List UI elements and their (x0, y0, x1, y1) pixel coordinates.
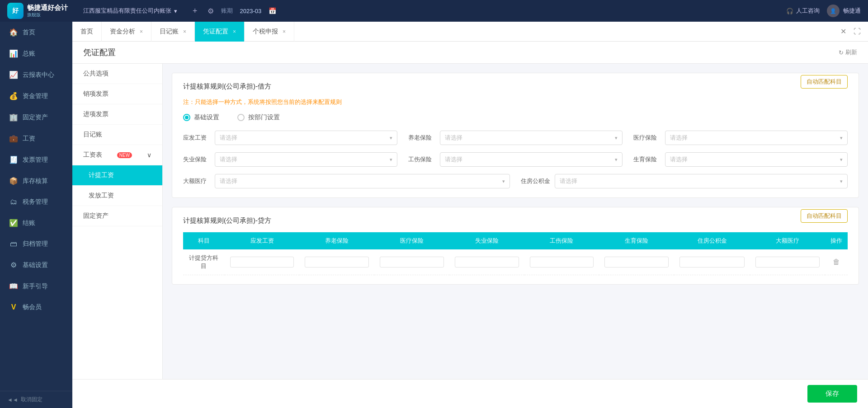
sidebar-item-invoice[interactable]: 🧾 发票管理 (0, 149, 72, 170)
sidebar-item-close[interactable]: ✅ 结账 (0, 212, 72, 234)
form-item-workinjury: 工伤保险 请选择 ▾ (408, 152, 623, 167)
sidebar-item-archive[interactable]: 🗃 归档管理 (0, 234, 72, 254)
company-dropdown-icon: ▾ (174, 8, 177, 14)
cell-unemployment-input[interactable] (449, 249, 524, 275)
cell-housing-input[interactable] (674, 249, 750, 275)
th-subject: 科目 (183, 232, 225, 249)
left-nav-payroll-release[interactable]: 发放工资 (72, 186, 162, 206)
sidebar-item-assets[interactable]: 🏢 固定资产 (0, 107, 72, 128)
delete-row-button[interactable]: 🗑 (833, 258, 840, 266)
cell-maternity-input[interactable] (599, 249, 674, 275)
sidebar-item-ledger[interactable]: 📊 总账 (0, 43, 72, 64)
cell-pension-input[interactable] (299, 249, 374, 275)
tab-tax-filing[interactable]: 个税申报 × (245, 22, 294, 42)
debit-auto-match-button[interactable]: 自动匹配科目 (801, 75, 848, 89)
form-item-base-salary: 应发工资 请选择 ▾ (183, 131, 397, 145)
salary-icon: 💼 (9, 134, 18, 143)
tab-journal[interactable]: 日记账 × (151, 22, 195, 42)
sidebar-item-finance[interactable]: 💰 资金管理 (0, 85, 72, 107)
expand-button[interactable]: ⛶ (852, 26, 863, 38)
tab-finance-analysis-close[interactable]: × (140, 28, 143, 35)
company-selector[interactable]: 江西服宝精品有限责任公司内账张 ▾ (80, 5, 181, 17)
refresh-button[interactable]: ↻ 刷新 (839, 48, 857, 56)
topbar-right: 🎧 人工咨询 👤 畅捷通 (786, 5, 861, 17)
refresh-icon: ↻ (839, 49, 844, 56)
left-nav-public[interactable]: 公共选项 (72, 64, 162, 84)
select-major-medical[interactable]: 请选择 ▾ (215, 174, 510, 188)
sidebar-label-inventory: 库存核算 (23, 177, 48, 185)
cell-base-salary-input[interactable] (225, 249, 300, 275)
sidebar-item-reports[interactable]: 📈 云报表中心 (0, 64, 72, 85)
select-pension[interactable]: 请选择 ▾ (440, 131, 623, 145)
tab-voucher-config[interactable]: 凭证配置 × (195, 22, 245, 42)
tab-voucher-config-close[interactable]: × (233, 28, 236, 35)
select-housing[interactable]: 请选择 ▾ (555, 174, 848, 188)
left-nav-fixed-assets[interactable]: 固定资产 (72, 206, 162, 226)
sidebar-item-tax[interactable]: 🗂 税务管理 (0, 192, 72, 212)
select-unemployment[interactable]: 请选择 ▾ (215, 152, 397, 167)
sidebar-label-salary: 工资 (23, 135, 35, 143)
settings-sidebar-icon: ⚙ (9, 261, 18, 269)
radio-group: 基础设置 按部门设置 (183, 113, 848, 122)
form-item-medical: 医疗保险 请选择 ▾ (633, 131, 848, 145)
radio-dept-settings[interactable]: 按部门设置 (237, 113, 280, 122)
tab-home[interactable]: 首页 (72, 22, 102, 42)
debit-section-note: 注：只能选择一种方式，系统将按照您当前的选择来配置规则 (183, 98, 848, 106)
cancel-pin-button[interactable]: ◄◄ 取消固定 (0, 391, 72, 408)
sidebar-item-salary[interactable]: 💼 工资 (0, 128, 72, 149)
input-unemployment[interactable] (455, 257, 519, 267)
left-nav-payroll-accrual[interactable]: 计提工资 (72, 165, 162, 186)
pin-icon: ◄◄ (7, 397, 18, 403)
chevron-down-icon-8: ▾ (840, 178, 843, 184)
save-button[interactable]: 保存 (807, 385, 857, 403)
close-all-tabs-button[interactable]: ✕ (839, 25, 848, 38)
tab-journal-close[interactable]: × (183, 28, 186, 35)
input-major-medical[interactable] (755, 257, 820, 267)
chevron-down-icon-5: ▾ (615, 157, 618, 163)
select-maternity[interactable]: 请选择 ▾ (665, 152, 848, 167)
left-nav-sales-invoice[interactable]: 销项发票 (72, 84, 162, 104)
select-workinjury[interactable]: 请选择 ▾ (440, 152, 623, 167)
select-base-salary[interactable]: 请选择 ▾ (215, 131, 397, 145)
new-badge: NEW (117, 152, 132, 158)
left-nav-payroll-table[interactable]: 工资表 NEW ∨ (72, 145, 162, 165)
tab-journal-label: 日记账 (160, 28, 179, 36)
calendar-icon[interactable]: 📅 (269, 7, 276, 14)
settings-button[interactable]: ⚙ (208, 7, 214, 15)
left-nav-purchase-invoice[interactable]: 进项发票 (72, 104, 162, 125)
sidebar-item-member[interactable]: V 畅会员 (0, 297, 72, 318)
sidebar-item-home[interactable]: 🏠 首页 (0, 22, 72, 43)
cell-workinjury-input[interactable] (524, 249, 599, 275)
user-area[interactable]: 👤 畅捷通 (827, 5, 861, 17)
form-item-housing: 住房公积金 请选择 ▾ (521, 174, 848, 188)
th-unemployment: 失业保险 (449, 232, 524, 249)
input-base-salary[interactable] (230, 257, 294, 267)
input-medical[interactable] (380, 257, 444, 267)
radio-basic-settings[interactable]: 基础设置 (183, 113, 219, 122)
cell-medical-input[interactable] (374, 249, 449, 275)
service-button[interactable]: 🎧 人工咨询 (786, 7, 820, 15)
input-workinjury[interactable] (530, 257, 594, 267)
input-housing[interactable] (679, 257, 745, 267)
add-button[interactable]: + (190, 5, 200, 17)
left-nav-journal[interactable]: 日记账 (72, 125, 162, 145)
credit-auto-match-button[interactable]: 自动匹配科目 (801, 209, 848, 223)
select-medical[interactable]: 请选择 ▾ (665, 131, 848, 145)
debit-section: 计提核算规则(公司承担)-借方 自动匹配科目 注：只能选择一种方式，系统将按照您… (172, 73, 859, 198)
form-item-unemployment: 失业保险 请选择 ▾ (183, 152, 397, 167)
tab-tax-filing-close[interactable]: × (283, 28, 286, 35)
table-header-row: 科目 应发工资 养老保险 医疗保险 失业保险 工伤保险 生育保险 住房公积金 大 (183, 232, 848, 249)
sidebar-item-settings[interactable]: ⚙ 基础设置 (0, 254, 72, 276)
left-nav: 公共选项 销项发票 进项发票 日记账 工资表 NEW ∨ 计提工资 发放工资 固… (72, 64, 163, 379)
chevron-down-icon: ▾ (390, 135, 392, 141)
tab-bar: 首页 资金分析 × 日记账 × 凭证配置 × 个税申报 × ✕ ⛶ (72, 22, 868, 42)
sidebar-item-guide[interactable]: 📖 新手引导 (0, 276, 72, 297)
tab-finance-analysis[interactable]: 资金分析 × (102, 22, 151, 42)
form-item-pension: 养老保险 请选择 ▾ (408, 131, 623, 145)
cell-action[interactable]: 🗑 (825, 249, 848, 275)
sidebar-item-inventory[interactable]: 📦 库存核算 (0, 170, 72, 192)
tab-voucher-config-label: 凭证配置 (203, 28, 228, 36)
input-maternity[interactable] (604, 257, 669, 267)
cell-major-medical-input[interactable] (750, 249, 825, 275)
input-pension[interactable] (305, 257, 369, 267)
